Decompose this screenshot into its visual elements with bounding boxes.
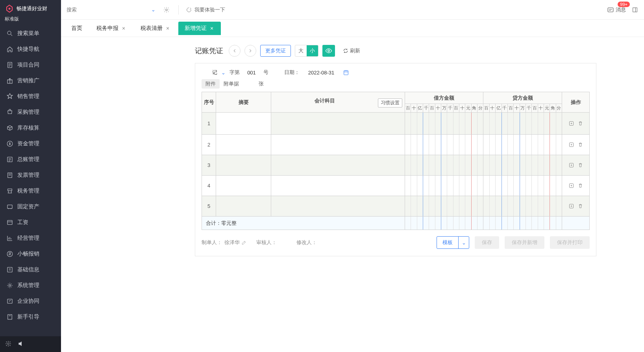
nav-ledger[interactable]: 总账管理 [0, 152, 61, 167]
tab-tax-list[interactable]: 税表清册× [134, 22, 177, 35]
delete-row-icon[interactable] [577, 183, 583, 189]
nav-operation[interactable]: 经营管理 [0, 230, 61, 246]
delete-row-icon[interactable] [577, 162, 583, 168]
content: 记账凭证 更多凭证 大 小 刷新 ⌄ 字第 号 日期： 附 [61, 37, 644, 352]
nav-enterprise[interactable]: 企业协同 [0, 293, 61, 309]
template-button[interactable]: 模板 ⌄ [437, 236, 469, 249]
save-print-button[interactable]: 保存并打印 [550, 236, 590, 249]
cell-debit[interactable] [405, 113, 483, 135]
close-icon[interactable]: × [121, 26, 126, 31]
nav-label: 快捷导航 [17, 46, 39, 53]
cell-debit[interactable] [405, 196, 483, 217]
chevron-down-icon[interactable]: ⌄ [221, 70, 226, 76]
cell-summary[interactable] [216, 155, 271, 176]
save-add-button[interactable]: 保存并新增 [505, 236, 544, 249]
sound-icon[interactable] [17, 340, 24, 348]
nav-project[interactable]: 项目合同 [0, 57, 61, 73]
voucher-type-input[interactable] [202, 70, 217, 76]
add-row-icon[interactable] [568, 162, 574, 168]
close-icon[interactable]: × [209, 26, 215, 31]
summary-input[interactable] [218, 115, 268, 131]
nav-purchase[interactable]: 采购管理 [0, 104, 61, 120]
nav-expense[interactable]: 小畅报销 [0, 246, 61, 262]
size-big[interactable]: 大 [295, 45, 307, 56]
cell-summary[interactable] [216, 113, 271, 135]
close-icon[interactable]: × [165, 26, 170, 31]
cell-account[interactable] [271, 176, 405, 196]
cell-summary[interactable] [216, 135, 271, 155]
cell-account[interactable] [271, 113, 405, 135]
digit-header: 千 [423, 104, 429, 113]
nav-assets[interactable]: 固定资产 [0, 199, 61, 215]
nav-search-menu[interactable]: 搜索菜单 [0, 26, 61, 41]
cell-account[interactable] [271, 196, 405, 217]
nav-sales[interactable]: 销售管理 [0, 89, 61, 104]
voucher-date-input[interactable] [303, 70, 339, 76]
total-debit [405, 217, 483, 230]
settings-icon[interactable] [5, 340, 12, 348]
refresh-button[interactable]: 刷新 [343, 47, 360, 54]
nav-label: 总账管理 [17, 156, 39, 163]
digit-header: 十 [538, 104, 544, 113]
delete-row-icon[interactable] [577, 120, 583, 126]
messages-button[interactable]: 99+ 消息 [607, 6, 626, 13]
nav-quick[interactable]: 快捷导航 [0, 41, 61, 57]
nav-marketing[interactable]: 营销推广 [0, 73, 61, 89]
add-row-icon[interactable] [568, 203, 574, 209]
nav-system[interactable]: 系统管理 [0, 278, 61, 293]
nav-invoice[interactable]: 发票管理 [0, 167, 61, 183]
preview-button[interactable] [322, 45, 335, 57]
nav-funds[interactable]: 资金管理 [0, 136, 61, 152]
size-small[interactable]: 小 [307, 45, 318, 56]
search-box: ⌄ [67, 4, 157, 16]
cell-credit[interactable] [483, 113, 562, 135]
cell-credit[interactable] [483, 155, 562, 176]
delete-row-icon[interactable] [577, 142, 583, 148]
nav-label: 新手引导 [17, 313, 39, 321]
tab-new-voucher[interactable]: 新增凭证× [178, 22, 221, 35]
svg-rect-8 [7, 220, 12, 225]
cell-summary[interactable] [216, 196, 271, 217]
chevron-down-icon[interactable]: ⌄ [459, 240, 469, 246]
next-button[interactable] [244, 45, 256, 57]
cell-credit[interactable] [483, 135, 562, 155]
voucher-footer: 制单人： 徐泽华 审核人： 修改人： 模板 ⌄ 保存 保存并新增 保存并打印 [202, 236, 590, 249]
cell-debit[interactable] [405, 155, 483, 176]
gear-icon[interactable] [162, 5, 171, 15]
asset-icon [6, 203, 13, 210]
cell-debit[interactable] [405, 135, 483, 155]
chevron-down-icon[interactable]: ⌄ [151, 7, 155, 13]
cell-summary[interactable] [216, 176, 271, 196]
habit-settings-button[interactable]: 习惯设置 [378, 98, 402, 107]
tab-tax-declare[interactable]: 税务申报× [90, 22, 133, 35]
digit-header: 千 [447, 104, 453, 113]
nav-basic[interactable]: 基础信息 [0, 262, 61, 278]
save-button[interactable]: 保存 [475, 236, 499, 249]
nav-tax[interactable]: 税务管理 [0, 183, 61, 199]
cell-credit[interactable] [483, 176, 562, 196]
cell-credit[interactable] [483, 196, 562, 217]
nav-inventory[interactable]: 库存核算 [0, 120, 61, 136]
cell-account[interactable] [271, 135, 405, 155]
panel-toggle-icon[interactable] [631, 6, 638, 13]
cell-debit[interactable] [405, 176, 483, 196]
search-input[interactable] [67, 4, 157, 16]
try-experience-link[interactable]: 我要体验一下 [186, 6, 225, 13]
voucher-number-input[interactable] [244, 70, 259, 76]
add-row-icon[interactable] [568, 120, 574, 126]
add-row-icon[interactable] [568, 183, 574, 189]
prev-button[interactable] [229, 45, 241, 57]
svg-point-0 [9, 8, 11, 10]
calendar-icon[interactable] [343, 69, 349, 76]
nav-salary[interactable]: 工资 [0, 215, 61, 230]
edit-icon[interactable] [241, 240, 247, 245]
attachment-button[interactable]: 附件 [202, 79, 220, 89]
date-label: 日期： [284, 69, 300, 76]
nav-guide[interactable]: 新手引导 [0, 309, 61, 325]
delete-row-icon[interactable] [577, 203, 583, 209]
cell-account[interactable] [271, 155, 405, 176]
digit-header: 十 [435, 104, 441, 113]
add-row-icon[interactable] [568, 142, 574, 148]
tab-home[interactable]: 首页 [65, 22, 89, 35]
more-vouchers-button[interactable]: 更多凭证 [260, 45, 291, 57]
